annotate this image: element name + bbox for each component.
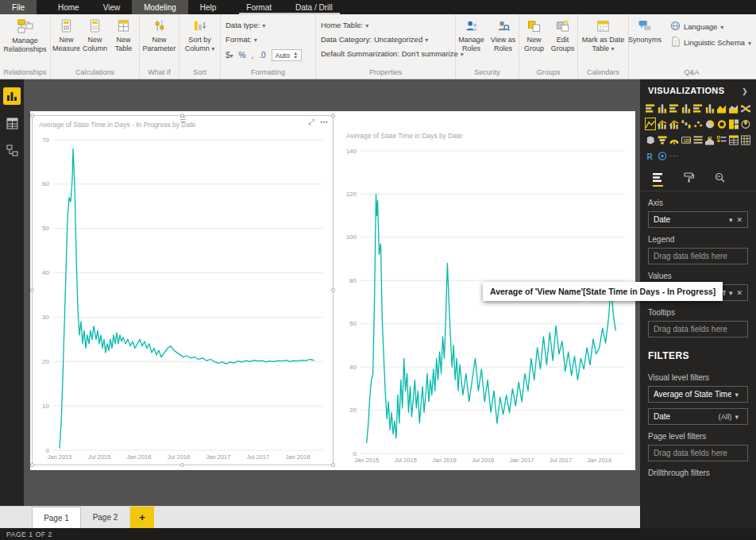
data-type-dropdown[interactable]: Data type: [226,19,265,31]
filter-average-state-time[interactable]: Average of State Time in ... [648,386,748,403]
visual-icon-more[interactable]: ··· [669,149,680,162]
spinner-arrows-icon[interactable]: ▲▼ [293,52,298,60]
line-chart-plot-area[interactable]: 020406080100120140Jan 2015Jul 2015Jan 20… [341,145,632,466]
visual-icon-clustered-column[interactable] [681,102,692,114]
visual-icon-multi-row-card[interactable] [692,133,704,146]
chevron-down-icon[interactable] [731,390,742,399]
tab-view[interactable]: View [91,0,133,14]
visual-icon-waterfall[interactable] [681,118,692,130]
tab-fields[interactable] [653,172,663,187]
resize-handle[interactable] [331,463,335,467]
tab-help[interactable]: Help [188,0,229,14]
visual-icon-100-stacked-bar[interactable] [692,102,704,114]
visual-icon-matrix[interactable] [740,133,751,146]
line-chart-plot-area[interactable]: 010203040506070Jan 2015Jul 2015Jan 2016J… [34,133,331,463]
visual-icon-treemap[interactable] [728,118,739,130]
new-group-button[interactable]: New Group [521,17,548,52]
chevron-down-icon[interactable] [726,215,737,224]
visual-more-options-icon[interactable] [320,118,328,127]
tab-modeling[interactable]: Modeling [132,0,188,14]
default-summarization-dropdown[interactable]: Default Summarization:Don't summarize [321,48,464,60]
legend-field-well[interactable]: Drag data fields here [648,248,748,264]
home-table-dropdown[interactable]: Home Table: [321,19,368,31]
tab-format[interactable] [684,172,694,187]
language-dropdown[interactable]: Language [670,21,751,33]
visual-icon-r-script[interactable]: R [645,149,656,162]
visual-icon-funnel[interactable] [657,133,668,146]
visual-icon-gauge[interactable] [669,133,680,146]
visual-icon-kpi[interactable]: 42 [704,133,716,146]
focus-mode-icon[interactable] [308,118,314,127]
visual-icon-ribbon-chart[interactable] [740,102,751,114]
collapse-pane-icon[interactable] [742,86,748,95]
sort-by-column-button[interactable]: Sort by Column [183,17,218,52]
currency-format-button[interactable]: $ [226,51,233,60]
filter-date[interactable]: Date (All) [648,408,748,425]
mark-as-date-table-button[interactable]: Mark as Date Table [580,17,627,52]
file-menu-button[interactable]: File [0,0,37,14]
page-tab-page-1[interactable]: Page 1 [32,507,81,528]
visual-icon-stacked-column[interactable] [657,102,668,114]
visual-icon-arcgis-map[interactable] [657,149,668,162]
svg-text:Jul 2015: Jul 2015 [394,457,416,464]
visual-icon-map[interactable] [740,118,751,130]
remove-field-icon[interactable] [736,288,742,297]
remove-field-icon[interactable] [736,215,742,224]
chevron-down-icon[interactable] [731,412,742,421]
visual-icon-stacked-area[interactable] [728,102,739,114]
format-dropdown[interactable]: Format: [226,33,257,45]
tab-analytics[interactable] [715,172,725,187]
resize-handle[interactable] [331,288,335,292]
model-view-button[interactable] [3,141,21,159]
resize-handle[interactable] [30,114,34,118]
new-table-button[interactable]: New Table [110,17,137,52]
visual-icon-filled-map[interactable] [645,133,656,146]
visual-icon-card[interactable]: 123 [681,133,692,146]
page-level-filters-well[interactable]: Drag data fields here [648,445,748,461]
visual-icon-table[interactable] [728,133,739,146]
resize-handle[interactable] [30,288,34,292]
visual-icon-stacked-bar[interactable] [645,102,656,114]
calculator-icon [60,19,72,34]
linguistic-schema-dropdown[interactable]: Linguistic Schema [670,37,751,48]
visual-line-chart-in-progress[interactable]: Average of State Time in Days - In Progr… [32,115,334,465]
new-column-button[interactable]: New Column [82,17,109,52]
data-view-button[interactable] [3,114,21,132]
tab-home[interactable]: Home [46,0,91,14]
report-view-button[interactable] [3,87,21,105]
resize-handle[interactable] [180,463,184,467]
axis-field-well[interactable]: Date [648,211,748,228]
visual-icon-scatter[interactable] [692,118,704,130]
page-tab-page-2[interactable]: Page 2 [81,507,130,528]
chevron-down-icon[interactable] [726,288,737,297]
resize-handle[interactable] [30,463,34,467]
new-measure-button[interactable]: New Measure [53,17,80,52]
manage-relationships-button[interactable]: Manage Relationships [3,17,48,53]
tooltips-field-well[interactable]: Drag data fields here [648,321,748,338]
percent-format-button[interactable]: % [239,51,246,60]
visual-icon-clustered-bar[interactable] [669,102,680,114]
view-as-roles-button[interactable]: View as Roles [488,17,519,52]
edit-groups-button[interactable]: Edit Groups [550,17,577,52]
thousands-separator-button[interactable]: , [251,51,253,60]
data-category-dropdown[interactable]: Data Category:Uncategorized [321,33,428,45]
new-page-button[interactable] [130,507,154,528]
new-parameter-button[interactable]: New Parameter [142,17,177,52]
decimal-places-button[interactable]: .0 [259,51,265,60]
decimal-places-spinner[interactable]: Auto▲▼ [272,49,302,61]
visual-icon-line-clustered-column[interactable] [669,118,680,130]
visual-icon-slicer[interactable] [716,133,727,146]
manage-roles-button[interactable]: Manage Roles [457,17,487,52]
filters-section: Visual level filters [640,373,756,382]
visual-icon-donut[interactable] [716,118,727,130]
resize-handle[interactable] [331,114,335,118]
visual-icon-area[interactable] [716,102,727,114]
tab-data-drill[interactable]: Data / Drill [284,0,345,14]
visual-icon-pie[interactable] [704,118,716,130]
visual-icon-line-stacked-column[interactable] [657,118,668,130]
visual-icon-line[interactable] [645,118,656,130]
tab-format[interactable]: Format [234,0,284,14]
synonyms-button[interactable]: Synonyms [629,17,661,44]
visual-icon-100-stacked-column[interactable] [704,102,716,114]
resize-handle[interactable] [180,114,184,118]
